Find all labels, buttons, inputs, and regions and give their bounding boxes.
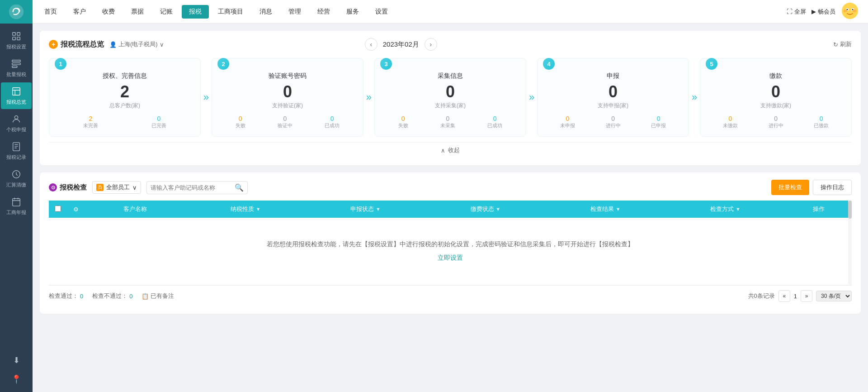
nav-item-operations[interactable]: 经营 [310, 5, 337, 19]
per-page-select[interactable]: 30 条/页 [816, 291, 852, 301]
flow-step-1: 1 授权、完善信息 2 总客户数(家) 2 未完善 0 已完善 [49, 58, 201, 137]
mascot-avatar[interactable] [841, 2, 859, 22]
pass-stat: 检查通过： 0 [49, 292, 83, 300]
step-count-5: 0 [708, 84, 844, 100]
refresh-button[interactable]: ↻ 刷新 [833, 40, 852, 48]
flow-arrow-3: » [526, 58, 537, 137]
nav-item-business[interactable]: 工商项目 [211, 5, 250, 19]
svg-rect-8 [13, 33, 15, 35]
flow-arrow-2: » [363, 58, 374, 137]
tax-check-card: ⊙ 报税检查 员 全部员工 ∨ 🔍 批量检查 操作日志 [40, 172, 861, 314]
logo[interactable] [0, 0, 33, 24]
stat-item: 0 未申报 [560, 115, 575, 129]
sidebar-item-annual-report[interactable]: 工商年报 [1, 193, 32, 220]
nav-item-management[interactable]: 管理 [281, 5, 308, 19]
flow-step-5: 5 缴款 0 支持缴款(家) 0 未缴款 0 进行中 0 已缴款 [700, 58, 852, 137]
next-month-button[interactable]: › [425, 38, 437, 51]
location-badge[interactable]: 👤 上海(电子税局) ∨ [109, 40, 164, 48]
pass-count-link[interactable]: 0 [80, 293, 83, 300]
nav-item-invoices[interactable]: 票据 [124, 5, 151, 19]
gear-icon[interactable]: ⚙ [73, 206, 79, 213]
fail-count-link[interactable]: 0 [129, 293, 132, 300]
table-footer: 检查通过： 0 检查不通过： 0 📋 已有备注 共0条记录 « 1 » 30 条… [49, 285, 852, 306]
tax-check-table: ⚙ 客户名称 纳税性质 ▼ 申报状态 ▼ [49, 201, 852, 285]
step-num-4: 4 [543, 58, 555, 70]
nav-item-customers[interactable]: 客户 [66, 5, 93, 19]
sidebar-item-tax-settings[interactable]: 报税设置 [1, 27, 32, 54]
flow-header: + 报税流程总览 👤 上海(电子税局) ∨ ‹ 2023年02月 › ↻ 刷新 [49, 38, 852, 51]
batch-tax-icon [11, 58, 22, 69]
flow-overview-card: + 报税流程总览 👤 上海(电子税局) ∨ ‹ 2023年02月 › ↻ 刷新 … [40, 31, 861, 165]
step-stats-3: 0 失败 0 未采集 0 已成功 [382, 115, 519, 129]
flow-arrow-4: » [689, 58, 700, 137]
month-display: 2023年02月 [383, 40, 419, 49]
nav-item-fees[interactable]: 收费 [95, 5, 122, 19]
step-sub-3: 支持采集(家) [382, 102, 519, 110]
scrollbar[interactable] [848, 201, 852, 285]
stat-item: 0 进行中 [606, 115, 621, 129]
step-num-3: 3 [380, 58, 392, 70]
filter-method-icon[interactable]: ▼ [736, 206, 741, 212]
customer-search-box[interactable]: 🔍 [146, 181, 248, 194]
location-icon: 📍 [11, 374, 22, 385]
scrollbar-thumb[interactable] [848, 201, 852, 219]
nav-items-container: 首页 客户 收费 票据 记账 报税 工商项目 消息 管理 经营 服务 设置 [33, 5, 787, 19]
table-header-check-result: 检查结果 ▼ [546, 201, 665, 218]
operation-log-button[interactable]: 操作日志 [813, 180, 852, 195]
note-icon: 📋 [142, 293, 149, 300]
svg-rect-9 [17, 33, 20, 35]
sidebar-item-batch-tax[interactable]: 批量报税 [1, 55, 32, 81]
step-sub-2: 支持验证(家) [219, 102, 356, 110]
next-page-button[interactable]: » [801, 290, 812, 302]
note-stat: 📋 已有备注 [142, 292, 174, 300]
nav-item-accounting[interactable]: 记账 [153, 5, 180, 19]
filter-tax-type-icon[interactable]: ▼ [256, 206, 261, 212]
search-input[interactable] [151, 184, 232, 191]
table-header-check-method: 检查方式 ▼ [665, 201, 785, 218]
sidebar-item-settlement[interactable]: 汇算清缴 [1, 165, 32, 192]
stat-item: 0 已成功 [487, 115, 502, 129]
step-stats-5: 0 未缴款 0 进行中 0 已缴款 [708, 115, 844, 129]
nav-item-settings[interactable]: 设置 [368, 5, 395, 19]
flow-title-icon: + [49, 40, 58, 49]
filter-declare-icon[interactable]: ▼ [376, 206, 381, 212]
flow-steps-container: 1 授权、完善信息 2 总客户数(家) 2 未完善 0 已完善 » [49, 58, 852, 137]
sidebar-item-personal-tax[interactable]: 个税申报 [1, 110, 32, 137]
empty-state-row: 若您想使用报税检查功能，请先在【报税设置】中进行报税的初始化设置，完成密码验证和… [49, 218, 852, 285]
member-button[interactable]: ▶ 畅会员 [811, 8, 835, 16]
sidebar-item-tax-overview[interactable]: 报税总览 [1, 82, 32, 109]
nav-item-tax[interactable]: 报税 [182, 5, 209, 19]
prev-month-button[interactable]: ‹ [365, 38, 377, 51]
nav-item-home[interactable]: 首页 [37, 5, 64, 19]
select-all-checkbox[interactable] [55, 206, 61, 212]
step-count-2: 0 [219, 84, 356, 100]
fullscreen-icon: ⛶ [787, 8, 793, 15]
filter-result-icon[interactable]: ▼ [616, 206, 621, 212]
step-sub-4: 支持申报(家) [545, 102, 681, 110]
setup-link[interactable]: 立即设置 [438, 254, 463, 261]
step-stats-1: 2 未完善 0 已完善 [57, 115, 193, 129]
search-icon[interactable]: 🔍 [235, 183, 244, 192]
header-actions: 批量检查 操作日志 [771, 180, 852, 195]
download-icon: ⬇ [11, 355, 22, 366]
step-sub-1: 总客户数(家) [57, 102, 193, 110]
stat-item: 0 失败 [398, 115, 408, 129]
month-nav: ‹ 2023年02月 › [365, 38, 437, 51]
fullscreen-button[interactable]: ⛶ 全屏 [787, 8, 806, 16]
sidebar-item-location[interactable]: 📍 [1, 370, 32, 388]
staff-filter-select[interactable]: 员 全部员工 ∨ [92, 181, 141, 194]
sidebar-bottom: ⬇ 📍 [1, 351, 32, 392]
batch-check-button[interactable]: 批量检查 [771, 180, 809, 195]
sidebar-item-tax-records[interactable]: 报税记录 [1, 138, 32, 164]
svg-rect-10 [13, 37, 15, 40]
filter-pay-icon[interactable]: ▼ [495, 206, 500, 212]
nav-item-service[interactable]: 服务 [339, 5, 366, 19]
collapse-button[interactable]: ∧ 收起 [49, 142, 852, 158]
nav-item-messages[interactable]: 消息 [252, 5, 279, 19]
flow-step-3: 3 采集信息 0 支持采集(家) 0 失败 0 未采集 0 已成功 [374, 58, 526, 137]
step-title-2: 验证账号密码 [219, 72, 356, 80]
first-page-button[interactable]: « [778, 290, 790, 302]
fail-stat: 检查不通过： 0 [92, 292, 132, 300]
sidebar-item-download[interactable]: ⬇ [1, 351, 32, 369]
table-header-operations: 操作 [785, 201, 852, 218]
